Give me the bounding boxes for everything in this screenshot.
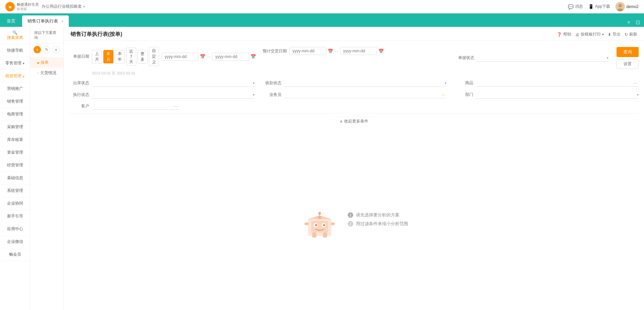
- date-btn-more[interactable]: 更多: [138, 50, 148, 63]
- refresh-icon: ↻: [625, 32, 628, 37]
- exec-select[interactable]: [92, 91, 253, 98]
- logo-text: 畅捷通好生意 标准版: [17, 2, 39, 11]
- sidebar-item-wechat[interactable]: 企业微信: [0, 236, 30, 248]
- sub-sidebar-tools: + ✎ «: [30, 44, 63, 55]
- sidebar-item-wholesale[interactable]: 批发管理 ▴: [0, 70, 30, 83]
- sidebar-item-member[interactable]: 畅会员: [0, 248, 30, 261]
- expected-date-label: 预计交货日期: [263, 48, 287, 54]
- sub-sidebar-section: ● 按单 ○ 欠货情况: [30, 55, 63, 80]
- filter-row-2: 出库状态 ▾ 收款状态 ▾: [69, 77, 639, 89]
- main-layout: 🔍 搜索菜单 快捷导航 零售管理 ▾ 批发管理 ▴ 营销推广 销售管理 电商管理…: [0, 27, 644, 310]
- tab-sales-order[interactable]: 销售订单执行表 ×: [22, 15, 69, 27]
- query-button[interactable]: 查询: [616, 47, 639, 57]
- svg-rect-7: [311, 221, 328, 232]
- plan-edit-btn[interactable]: ✎: [43, 46, 50, 53]
- message-icon: 💬: [568, 4, 574, 9]
- app-download-btn[interactable]: 📱 App下载: [588, 4, 610, 9]
- print-btn[interactable]: 🖨 按模板打印 ▾: [575, 32, 604, 37]
- expected-date-dash: —: [334, 49, 339, 54]
- receipt-select[interactable]: [284, 79, 445, 87]
- tab-home[interactable]: 首页: [1, 15, 21, 27]
- exec-select-wrap: ▾: [92, 91, 255, 99]
- window-restore-btn[interactable]: ⊡: [634, 18, 641, 27]
- status-select[interactable]: [477, 54, 607, 61]
- collapse-btn[interactable]: ∧ 收起更多条件: [334, 117, 374, 125]
- date-to-input[interactable]: [212, 53, 249, 61]
- page-title: 销售订单执行表(按单): [70, 31, 122, 38]
- print-dropdown-icon[interactable]: ▾: [602, 33, 604, 36]
- dept-label: 部门: [453, 92, 473, 98]
- sidebar-item-inventory[interactable]: 库存核算: [0, 134, 30, 146]
- window-close-btn[interactable]: ×: [626, 18, 632, 27]
- exec-filter: 执行状态 ▾: [69, 91, 255, 99]
- calendar-to-icon[interactable]: 📅: [251, 54, 256, 59]
- date-btn-lastmonth[interactable]: 上月: [92, 50, 102, 63]
- empty-dot-1: 1: [348, 212, 353, 218]
- empty-tip-2: 2 用过滤条件来缩小分析范围: [348, 221, 408, 227]
- sub-sidebar-item-by-order[interactable]: ● 按单: [30, 57, 63, 68]
- refresh-btn[interactable]: ↻ 刷新: [625, 32, 637, 37]
- expected-calendar-from[interactable]: 📅: [328, 49, 333, 54]
- settings-button[interactable]: 设置: [616, 59, 639, 69]
- nav-tabs: 首页 销售订单执行表 × × ⊡: [0, 13, 644, 27]
- date-from-input[interactable]: [162, 53, 199, 61]
- calendar-from-icon[interactable]: 📅: [200, 54, 205, 59]
- sidebar-item-marketing[interactable]: 营销推广: [0, 83, 30, 95]
- plan-collapse-btn[interactable]: «: [52, 46, 60, 53]
- app-path[interactable]: 办公用品行业模拟账套 ▾: [42, 4, 85, 9]
- sidebar-quick-nav[interactable]: 快捷导航: [0, 44, 30, 57]
- sidebar-item-retail[interactable]: 零售管理 ▾: [0, 57, 30, 70]
- svg-rect-15: [323, 232, 327, 238]
- status-section: 单据状态 ▾ 查询 设置: [447, 47, 639, 69]
- date-btn-thismonth[interactable]: 本月: [103, 50, 113, 63]
- message-btn[interactable]: 💬 消息: [568, 4, 583, 9]
- date-btn-7days[interactable]: 近7天: [126, 48, 136, 66]
- export-btn[interactable]: ⬇ 导出: [608, 32, 621, 37]
- empty-tip-1: 1 请先选择要分析的方案: [348, 212, 408, 218]
- plan-add-btn[interactable]: +: [34, 46, 41, 53]
- salesperson-dots-btn[interactable]: ···: [441, 92, 445, 97]
- customer-filter: 客户 ···: [69, 103, 259, 110]
- expected-date-to[interactable]: [340, 47, 377, 55]
- dropdown-icon[interactable]: ▾: [83, 5, 85, 8]
- sub-sidebar-item-backorder[interactable]: ○ 欠货情况: [30, 68, 63, 78]
- export-icon: ⬇: [608, 32, 611, 37]
- empty-state: 1 请先选择要分析的方案 2 用过滤条件来缩小分析范围: [64, 132, 644, 310]
- filter-row-4: 客户 ···: [69, 101, 639, 112]
- dept-filter: 部门 ▾: [446, 91, 639, 99]
- outstock-select-wrap: ▾: [92, 79, 255, 87]
- expected-date-from[interactable]: [289, 47, 326, 55]
- sidebar-item-system[interactable]: 系统管理: [0, 185, 30, 197]
- dept-select-wrap: ▾: [476, 91, 639, 99]
- page-actions: ❓ 帮助 🖨 按模板打印 ▾ ⬇ 导出 ↻ 刷新: [557, 32, 637, 37]
- dept-select[interactable]: [476, 91, 637, 98]
- receipt-label: 收款状态: [261, 80, 281, 86]
- date-btn-custom[interactable]: 自定义: [149, 47, 159, 66]
- help-btn[interactable]: ❓ 帮助: [557, 32, 571, 37]
- goods-dots-btn[interactable]: ···: [633, 80, 637, 86]
- collapse-arrow-icon: ∧: [340, 119, 343, 124]
- outstock-select[interactable]: [92, 79, 253, 87]
- customer-dots-btn[interactable]: ···: [174, 103, 178, 109]
- status-select-wrap: ▾: [477, 54, 609, 62]
- sidebar-item-finance[interactable]: 资金管理: [0, 146, 30, 159]
- collapse-row: ∧ 收起更多条件: [69, 113, 639, 127]
- sidebar-item-basic[interactable]: 基础信息: [0, 172, 30, 185]
- sidebar-item-collab[interactable]: 企业协同: [0, 197, 30, 210]
- sidebar-item-ecommerce[interactable]: 电商管理: [0, 108, 30, 121]
- sidebar-item-apps[interactable]: 应用中心: [0, 223, 30, 236]
- date-btn-thisyear[interactable]: 本年: [115, 50, 125, 63]
- top-bar: 畅 畅捷通好生意 标准版 办公用品行业模拟账套 ▾ 💬 消息 📱 App下载: [0, 0, 644, 13]
- sidebar-item-onboarding[interactable]: 新手引导: [0, 210, 30, 223]
- sidebar-item-sales[interactable]: 销售管理: [0, 95, 30, 108]
- expected-calendar-to[interactable]: 📅: [378, 49, 384, 54]
- sidebar-search[interactable]: 🔍 搜索菜单: [0, 27, 30, 44]
- dept-arrow-icon: ▾: [637, 93, 639, 97]
- date-dash: —: [207, 54, 211, 59]
- sidebar-item-operations[interactable]: 经营管理: [0, 159, 30, 172]
- sidebar-item-purchase[interactable]: 采购管理: [0, 121, 30, 134]
- tab-close-btn[interactable]: ×: [61, 19, 63, 23]
- svg-rect-17: [331, 222, 335, 225]
- salesperson-label: 业务员: [261, 92, 281, 98]
- user-area[interactable]: demo2: [615, 2, 639, 11]
